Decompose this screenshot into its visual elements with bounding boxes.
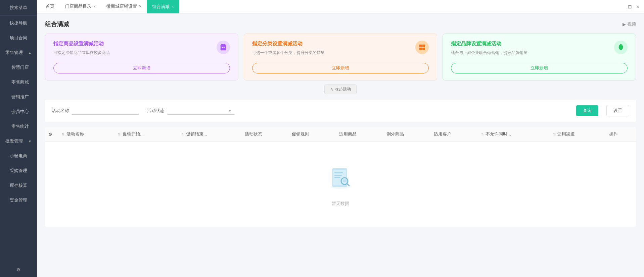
sidebar-settings-btn[interactable]: ⚙ [0,263,37,277]
sort-icon[interactable]: ⇅ [62,132,64,136]
sidebar-item-retail-stats[interactable]: 零售统计 [0,119,37,134]
gear-icon: ⚙ [16,267,20,272]
th-rules: 促销规则 [288,127,336,142]
maximize-icon: ⊡ [628,4,632,9]
sidebar-item-label: 快捷导航 [10,20,27,26]
data-table-wrap: ⚙ ⇅ 活动名称 ⇅ 促销开始... ⇅ 促销结束... [45,127,636,227]
svg-rect-1 [419,45,422,47]
brand-card-add-button[interactable]: 立即新增 [451,63,628,73]
sidebar-item-label: 采购管理 [10,168,27,174]
th-name-label: 活动名称 [66,131,84,136]
chevron-up-icon: ▲ [28,51,32,55]
activity-name-label: 活动名称 [52,108,69,114]
activity-status-label: 活动状态 [147,108,165,114]
th-no-concurrent: ⇅ 不允许同时... [478,127,550,142]
settings-button[interactable]: 设置 [606,105,629,116]
activity-status-input[interactable] [167,107,234,115]
svg-rect-10 [334,177,340,178]
sidebar-item-label: 会员中心 [11,109,29,115]
tab-combo-discount[interactable]: 组合满减 × [147,0,179,13]
data-table: ⚙ ⇅ 活动名称 ⇅ 促销开始... ⇅ 促销结束... [45,127,636,142]
svg-rect-9 [334,175,342,176]
th-except: 例外商品 [383,127,430,142]
category-card-add-button[interactable]: 立即新增 [252,63,429,73]
sidebar-item-retail-mall[interactable]: 零售商城 [0,75,37,90]
tab-home-label: 首页 [46,3,54,9]
close-icon[interactable]: × [93,4,96,9]
page-header: 组合满减 ▶ 视频 [45,20,636,28]
video-link-label: 视频 [627,21,636,27]
brand-card-desc: 适合与上游企业联合做营销，提升品牌销量 [451,50,628,56]
sidebar-item-finance-mgmt[interactable]: 资金管理 [0,193,37,208]
restore-window-button[interactable]: ⊡ [627,4,633,9]
product-card-add-button[interactable]: 立即新增 [53,63,230,73]
sort-icon[interactable]: ⇅ [553,132,556,136]
cards-row: 指定商品设置满减活动 可指定滞销商品或库存较多商品 立即新增 指定分类设置满减活 [45,34,636,80]
sidebar-item-label: 智慧门店 [11,64,29,70]
sidebar-item-purchase-mgmt[interactable]: 采购管理 [0,163,37,178]
sidebar-item-marketing[interactable]: 营销推广 [0,90,37,104]
sidebar-item-label: 营销推广 [11,94,29,100]
sidebar-item-quick-nav[interactable]: 快捷导航 [0,16,37,31]
activity-name-filter: 活动名称 [52,107,139,115]
gear-icon[interactable]: ⚙ [48,132,52,137]
activity-name-input[interactable] [72,107,139,115]
sidebar-item-member-center[interactable]: 会员中心 [0,104,37,119]
sidebar-item-smart-store[interactable]: 智慧门店 [0,60,37,75]
table-header: ⚙ ⇅ 活动名称 ⇅ 促销开始... ⇅ 促销结束... [45,127,636,142]
empty-text: 暂无数据 [332,201,349,207]
sidebar-item-label: 小畅电商 [10,153,27,159]
sidebar-item-label: 批发管理 [5,138,23,144]
sidebar-item-label: 零售商城 [11,79,29,85]
sort-icon[interactable]: ⇅ [118,132,121,136]
close-icon[interactable]: × [172,4,174,9]
th-end: ⇅ 促销结束... [178,127,241,142]
category-card-icon [415,41,429,54]
th-gear: ⚙ [45,127,58,142]
main-area: 首页 门店商品目录 × 微商城店铺设置 × 组合满减 × ⊡ ✕ 组合满减 [37,0,644,277]
filter-row: 活动名称 活动状态 ▼ 查询 设置 [45,100,636,122]
sort-icon[interactable]: ⇅ [481,132,484,136]
tab-combo-discount-label: 组合满减 [152,4,170,10]
th-customer-label: 适用客户 [434,131,451,136]
product-card: 指定商品设置满减活动 可指定滞销商品或库存较多商品 立即新增 [45,34,238,80]
tab-bar: 首页 门店商品目录 × 微商城店铺设置 × 组合满减 × ⊡ ✕ [37,0,644,13]
play-icon: ▶ [623,22,626,27]
sort-icon[interactable]: ⇅ [181,132,184,136]
sidebar-item-project-contract[interactable]: 项目合同 [0,31,37,45]
sidebar-item-xiaochang-ecom[interactable]: 小畅电商 [0,149,37,163]
sidebar-item-label: 库存核算 [10,182,27,188]
th-customer: 适用客户 [430,127,478,142]
sidebar-search[interactable]: 搜索菜单 [0,0,37,16]
close-window-button[interactable]: ✕ [635,4,641,9]
th-channel-label: 适用渠道 [557,131,575,136]
tab-product-catalog[interactable]: 门店商品目录 × [60,0,101,13]
close-window-icon: ✕ [636,4,640,9]
sidebar-item-label: 零售统计 [11,123,29,129]
svg-rect-4 [422,48,425,50]
sidebar-item-wholesale-mgmt[interactable]: 批发管理 ▼ [0,134,37,149]
close-icon[interactable]: × [139,4,141,9]
content-area: 组合满减 ▶ 视频 指定商品设置满减活动 可指定滞销商品或库存 [37,13,644,277]
brand-card-icon [614,41,628,54]
collapse-activities-button[interactable]: ∧ 收起活动 [324,85,356,94]
video-link[interactable]: ▶ 视频 [623,21,636,27]
tab-home[interactable]: 首页 [40,0,60,13]
th-goods: 适用商品 [336,127,383,142]
page-title: 组合满减 [45,20,69,28]
tab-wechat-settings[interactable]: 微商城店铺设置 × [101,0,147,13]
sidebar-item-retail-mgmt[interactable]: 零售管理 ▲ [0,45,37,60]
empty-state: 暂无数据 [45,142,636,227]
svg-rect-2 [422,45,425,47]
empty-icon [324,162,357,195]
th-action-label: 操作 [609,131,618,136]
th-start: ⇅ 促销开始... [114,127,178,142]
th-goods-label: 适用商品 [339,131,357,136]
sidebar-item-inventory-calc[interactable]: 库存核算 [0,178,37,193]
query-button[interactable]: 查询 [576,105,598,116]
brand-card: 指定品牌设置满减活动 适合与上游企业联合做营销，提升品牌销量 立即新增 [443,34,636,80]
th-rules-label: 促销规则 [292,131,309,136]
sidebar-item-label: 零售管理 [5,50,23,56]
tab-product-catalog-label: 门店商品目录 [65,3,91,9]
product-card-desc: 可指定滞销商品或库存较多商品 [53,50,230,56]
